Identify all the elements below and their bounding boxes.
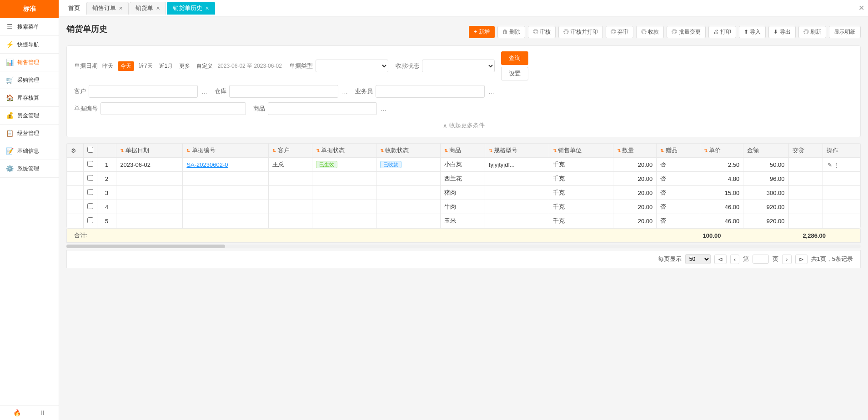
sidebar-item-finance-mgmt[interactable]: 💰 资金管理 <box>0 107 59 125</box>
next-page-button[interactable]: › <box>782 255 791 264</box>
staff-more-dots[interactable]: … <box>488 88 494 95</box>
audit-button[interactable]: ◎ 审核 <box>528 26 556 38</box>
refresh-button[interactable]: ◎ 刷新 <box>798 26 826 38</box>
row-checkbox-3[interactable] <box>87 203 93 209</box>
warehouse-input[interactable] <box>229 85 338 98</box>
row-checkbox-2[interactable] <box>87 189 93 195</box>
th-doc-no[interactable]: ⇅ 单据编号 <box>183 144 269 158</box>
sidebar-item-search-menu[interactable]: ☰ 搜索菜单 <box>0 18 59 36</box>
sidebar-item-inventory[interactable]: 🏠 库存核算 <box>0 89 59 107</box>
customer-input[interactable] <box>89 85 198 98</box>
warehouse-more-dots[interactable]: … <box>342 88 348 95</box>
sidebar-item-sales-mgmt[interactable]: 📊 销售管理 <box>0 54 59 71</box>
date-btn-today[interactable]: 今天 <box>118 61 134 71</box>
th-spec[interactable]: ⇅ 规格型号 <box>485 144 549 158</box>
staff-input[interactable] <box>376 85 485 98</box>
total-amount: 2,286.00 <box>803 232 826 239</box>
sort-customer-icon[interactable]: ⇅ <box>272 148 276 153</box>
first-page-button[interactable]: ⊲ <box>714 255 727 264</box>
cell-check[interactable] <box>84 214 97 228</box>
receive-status-select[interactable] <box>422 60 495 72</box>
doctype-select[interactable] <box>316 60 388 72</box>
th-qty[interactable]: ⇅ 数量 <box>613 144 657 158</box>
sort-receive-status-icon[interactable]: ⇅ <box>380 148 384 153</box>
sort-sale-unit-icon[interactable]: ⇅ <box>553 148 557 153</box>
row-checkbox-1[interactable] <box>87 175 93 181</box>
th-check[interactable] <box>84 144 97 158</box>
receive-button[interactable]: ◎ 收款 <box>636 26 664 38</box>
sidebar-fire-icon[interactable]: 🔥 <box>13 409 21 416</box>
date-btn-yesterday[interactable]: 昨天 <box>100 61 115 71</box>
discard-button[interactable]: ◎ 弃审 <box>606 26 633 38</box>
docno-input[interactable] <box>100 102 246 115</box>
receive-status-tag: 已收款 <box>380 161 401 168</box>
last-page-button[interactable]: ⊳ <box>795 255 808 264</box>
tab-sales-history-close[interactable]: ✕ <box>205 5 209 11</box>
tab-sales-goods-close[interactable]: ✕ <box>156 5 160 11</box>
row-checkbox-4[interactable] <box>87 217 93 223</box>
tab-sales-goods[interactable]: 销货单 ✕ <box>130 2 166 15</box>
page-size-select[interactable]: 50 100 200 <box>685 254 711 264</box>
horizontal-scrollbar[interactable] <box>66 245 861 248</box>
op-more-icon[interactable]: ⋮ <box>834 162 839 168</box>
sort-qty-icon[interactable]: ⇅ <box>617 148 621 153</box>
goods-more-dots[interactable]: … <box>381 105 386 112</box>
th-doc-date[interactable]: ⇅ 单据日期 <box>116 144 183 158</box>
sidebar-item-purchase-mgmt[interactable]: 🛒 采购管理 <box>0 71 59 89</box>
th-receive-status[interactable]: ⇅ 收款状态 <box>376 144 440 158</box>
th-unit-price[interactable]: ⇅ 单价 <box>700 144 743 158</box>
tab-close-all[interactable]: ✕ <box>858 4 864 12</box>
sidebar-item-quick-nav[interactable]: ⚡ 快捷导航 <box>0 36 59 54</box>
th-sale-unit[interactable]: ⇅ 销售单位 <box>549 144 613 158</box>
cell-check[interactable] <box>84 186 97 200</box>
sidebar-item-basic-info[interactable]: 📝 基础信息 <box>0 142 59 160</box>
th-settings[interactable]: ⚙ <box>67 144 84 158</box>
tab-home[interactable]: 首页 <box>63 2 85 15</box>
row-checkbox-0[interactable] <box>87 161 93 167</box>
doc-no-link[interactable]: SA-20230602-0 <box>186 161 228 168</box>
select-all-checkbox[interactable] <box>87 147 93 153</box>
tab-sales-order-close[interactable]: ✕ <box>119 5 123 11</box>
batch-change-button[interactable]: ◎ 批量变更 <box>667 26 705 38</box>
op-edit-icon[interactable]: ✎ <box>828 162 832 168</box>
scrollbar-thumb[interactable] <box>66 245 225 248</box>
date-btn-more[interactable]: 更多 <box>177 61 192 71</box>
goods-input[interactable] <box>268 102 377 115</box>
date-btn-7days[interactable]: 近7天 <box>137 61 155 71</box>
th-gift[interactable]: ⇅ 赠品 <box>657 144 700 158</box>
new-button[interactable]: + 新增 <box>469 26 494 38</box>
sort-doc-no-icon[interactable]: ⇅ <box>186 148 190 153</box>
sidebar-pause-icon[interactable]: ⏸ <box>40 409 46 416</box>
th-customer[interactable]: ⇅ 客户 <box>269 144 312 158</box>
sort-unit-price-icon[interactable]: ⇅ <box>704 148 707 153</box>
sort-goods-icon[interactable]: ⇅ <box>444 148 448 153</box>
cell-check[interactable] <box>84 200 97 214</box>
setting-button[interactable]: 设置 <box>501 67 528 80</box>
th-goods[interactable]: ⇅ 商品 <box>440 144 485 158</box>
cell-check[interactable] <box>84 158 97 172</box>
sort-spec-icon[interactable]: ⇅ <box>489 148 492 153</box>
sort-doc-date-icon[interactable]: ⇅ <box>120 148 124 153</box>
cell-check[interactable] <box>84 172 97 186</box>
customer-more-dots[interactable]: … <box>201 88 207 95</box>
date-btn-1month[interactable]: 近1月 <box>157 61 175 71</box>
tab-sales-order[interactable]: 销售订单 ✕ <box>86 2 129 15</box>
sort-gift-icon[interactable]: ⇅ <box>660 148 664 153</box>
prev-page-button[interactable]: ‹ <box>730 255 739 264</box>
tab-sales-history[interactable]: 销货单历史 ✕ <box>167 2 215 15</box>
collapse-button[interactable]: ∧ 收起更多条件 <box>74 120 853 131</box>
sidebar-item-sys-mgmt[interactable]: ⚙️ 系统管理 <box>0 160 59 178</box>
export-button[interactable]: ⬇ 导出 <box>768 26 795 38</box>
audit-print-button[interactable]: ◎ 审核并打印 <box>558 26 602 38</box>
print-button[interactable]: 🖨 打印 <box>708 26 736 38</box>
page-number-input[interactable]: 1 <box>753 255 769 264</box>
th-doc-status[interactable]: ⇅ 单据状态 <box>312 144 376 158</box>
sidebar-item-ops-mgmt[interactable]: 📋 经营管理 <box>0 125 59 142</box>
import-button[interactable]: ⬆ 导入 <box>739 26 766 38</box>
date-btn-custom[interactable]: 自定义 <box>195 61 215 71</box>
delete-button[interactable]: 🗑 删除 <box>497 26 525 38</box>
query-button[interactable]: 查询 <box>501 51 528 65</box>
sort-doc-status-icon[interactable]: ⇅ <box>316 148 320 153</box>
show-detail-button[interactable]: 显示明细 <box>829 26 861 38</box>
sidebar-logo: 标准 <box>0 0 59 18</box>
